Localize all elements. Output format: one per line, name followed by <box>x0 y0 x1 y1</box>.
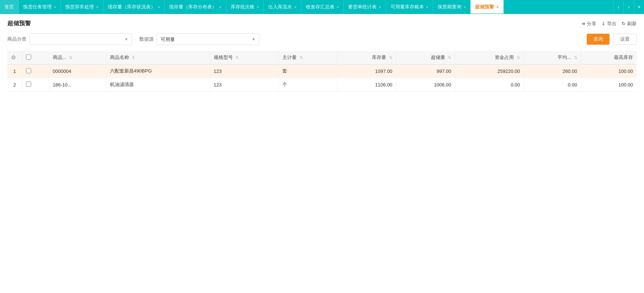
avg-cell: 260.00 <box>524 64 581 78</box>
overstock-cell: 997.00 <box>396 64 455 78</box>
category-filter-group: 商品分类 ▼ <box>7 33 132 45</box>
datasource-label: 数据源 <box>139 36 154 42</box>
nav-next-arrow[interactable]: › <box>623 0 634 14</box>
capital-cell: 0.00 <box>455 78 524 92</box>
sort-capital-icon: ⇅ <box>517 55 520 60</box>
header-actions: ➔ 分享 ⇓ 导出 ↻ 刷新 <box>581 21 637 27</box>
nav-close-inventory-status[interactable]: × <box>158 5 160 9</box>
stock-cell: 1097.00 <box>337 64 396 78</box>
nav-item-collect-send[interactable]: 收发存汇总表 × <box>301 0 344 14</box>
page-container: 超储预警 ➔ 分享 ⇓ 导出 ↻ 刷新 商品分类 ▼ <box>0 14 644 293</box>
refresh-button[interactable]: ↻ 刷新 <box>622 21 637 27</box>
col-product-code-header[interactable]: 商品... ⇅ <box>49 51 106 64</box>
sort-product-code-icon: ⇅ <box>69 55 72 60</box>
product-name-cell: 机油滤清器 <box>106 78 210 92</box>
spec-cell: 123 <box>210 64 279 78</box>
filter-row: 商品分类 ▼ 数据源 可用量 库存量 ▼ 查询 设置 <box>7 33 637 45</box>
nav-item-quality-check[interactable]: 保质期查询 × <box>433 0 471 14</box>
export-label: 导出 <box>607 21 616 27</box>
nav-item-task-mgmt[interactable]: 拣货任务管理 × <box>19 0 61 14</box>
nav-item-inventory-status[interactable]: 现存量（库存状况表） × <box>103 0 165 14</box>
nav-item-home[interactable]: 首页 <box>0 0 19 14</box>
nav-close-arrow[interactable]: × <box>634 0 644 14</box>
category-select[interactable] <box>29 33 132 45</box>
filter-actions: 查询 设置 <box>587 34 637 45</box>
capital-cell: 259220.00 <box>455 64 524 78</box>
table-header-row: ⚙ 商品... ⇅ 商品名称 ⇅ 规格型号 ⇅ 主计量 <box>7 51 637 64</box>
col-product-code-label: 商品... <box>53 55 66 60</box>
product-code-cell: 0000004 <box>49 64 106 78</box>
row-checkbox-0[interactable] <box>26 68 31 73</box>
settings-button[interactable]: 设置 <box>613 34 637 45</box>
export-icon: ⇓ <box>601 21 605 26</box>
col-unit-label: 主计量 <box>282 55 297 60</box>
datasource-filter-group: 数据源 可用量 库存量 ▼ <box>139 33 259 45</box>
nav-arrows: ‹ › × <box>613 0 644 14</box>
spec-cell: 123 <box>210 78 279 92</box>
nav-close-abnormal[interactable]: × <box>96 5 98 9</box>
col-spec-label: 规格型号 <box>214 55 233 60</box>
nav-close-available-acct[interactable]: × <box>426 5 428 9</box>
stock-cell: 1106.00 <box>337 78 396 92</box>
datasource-select[interactable]: 可用量 库存量 <box>157 33 259 45</box>
nav-item-batch[interactable]: 库存批次账 × <box>226 0 264 14</box>
nav-close-task-mgmt[interactable]: × <box>54 5 56 9</box>
nav-close-overstock[interactable]: × <box>496 5 498 9</box>
nav-item-inout-flow[interactable]: 出入库流水 × <box>264 0 301 14</box>
nav-close-collect-send[interactable]: × <box>337 5 339 9</box>
col-unit-header[interactable]: 主计量 ⇅ <box>279 51 337 64</box>
col-capital-header[interactable]: 资金占用 ⇅ <box>455 51 524 64</box>
maxstock-cell: 100.00 <box>581 78 637 92</box>
table-row: 10000004六配套新昌490BPG123套1097.00997.002592… <box>7 64 637 78</box>
nav-close-inventory-dist[interactable]: × <box>219 5 221 9</box>
select-all-checkbox[interactable] <box>26 55 31 60</box>
col-product-name-label: 商品名称 <box>110 55 129 60</box>
col-gear: ⚙ <box>7 51 22 64</box>
nav-prev-arrow[interactable]: ‹ <box>613 0 623 14</box>
col-checkbox-header <box>22 51 49 64</box>
nav-item-available-acct[interactable]: 可用量库存账本 × <box>386 0 433 14</box>
col-stock-label: 库存量 <box>372 55 386 60</box>
seq-cell: 1 <box>7 64 22 78</box>
row-checkbox-1[interactable] <box>26 82 31 87</box>
share-button[interactable]: ➔ 分享 <box>581 21 596 27</box>
nav-item-overstock[interactable]: 超储预警 × <box>471 0 503 14</box>
avg-cell: 0.00 <box>524 78 581 92</box>
datasource-select-wrapper: 可用量 库存量 ▼ <box>157 33 259 45</box>
seq-cell: 2 <box>7 78 22 92</box>
category-label: 商品分类 <box>7 36 26 42</box>
table-row: 2186-10...机油滤清器123个1106.001006.000.000.0… <box>7 78 637 92</box>
sort-stock-icon: ⇅ <box>389 55 392 60</box>
nav-close-inout-flow[interactable]: × <box>294 5 296 9</box>
col-overstock-header[interactable]: 超储量 ⇅ <box>396 51 455 64</box>
col-spec-header[interactable]: 规格型号 ⇅ <box>210 51 279 64</box>
share-label: 分享 <box>587 21 596 27</box>
nav-item-order-stats[interactable]: 要货单统计表 × <box>344 0 386 14</box>
nav-item-inventory-dist[interactable]: 现存量（库存分布表） × <box>165 0 226 14</box>
checkbox-cell[interactable] <box>22 64 49 78</box>
overstock-cell: 1006.00 <box>396 78 455 92</box>
sort-unit-icon: ⇅ <box>300 55 303 60</box>
page-header: 超储预警 ➔ 分享 ⇓ 导出 ↻ 刷新 <box>7 20 637 27</box>
query-button[interactable]: 查询 <box>587 34 610 45</box>
unit-cell: 个 <box>279 78 337 92</box>
nav-close-batch[interactable]: × <box>257 5 259 9</box>
export-button[interactable]: ⇓ 导出 <box>601 21 616 27</box>
top-navigation: 首页拣货任务管理 ×拣货异常处理 ×现存量（库存状况表） ×现存量（库存分布表）… <box>0 0 644 14</box>
table-body: 10000004六配套新昌490BPG123套1097.00997.002592… <box>7 64 637 92</box>
nav-close-order-stats[interactable]: × <box>379 5 381 9</box>
nav-close-quality-check[interactable]: × <box>464 5 466 9</box>
gear-icon[interactable]: ⚙ <box>11 54 16 60</box>
col-stock-header[interactable]: 库存量 ⇅ <box>337 51 396 64</box>
share-icon: ➔ <box>581 21 585 26</box>
col-product-name-header[interactable]: 商品名称 ⇅ <box>106 51 210 64</box>
col-overstock-label: 超储量 <box>431 55 445 60</box>
maxstock-cell: 100.00 <box>581 64 637 78</box>
sort-spec-icon: ⇅ <box>235 55 239 60</box>
checkbox-cell[interactable] <box>22 78 49 92</box>
col-capital-label: 资金占用 <box>495 55 514 60</box>
nav-item-abnormal[interactable]: 拣货异常处理 × <box>61 0 103 14</box>
unit-cell: 套 <box>279 64 337 78</box>
data-table: ⚙ 商品... ⇅ 商品名称 ⇅ 规格型号 ⇅ 主计量 <box>7 51 637 92</box>
col-avg-header[interactable]: 平均... ⇅ <box>524 51 581 64</box>
